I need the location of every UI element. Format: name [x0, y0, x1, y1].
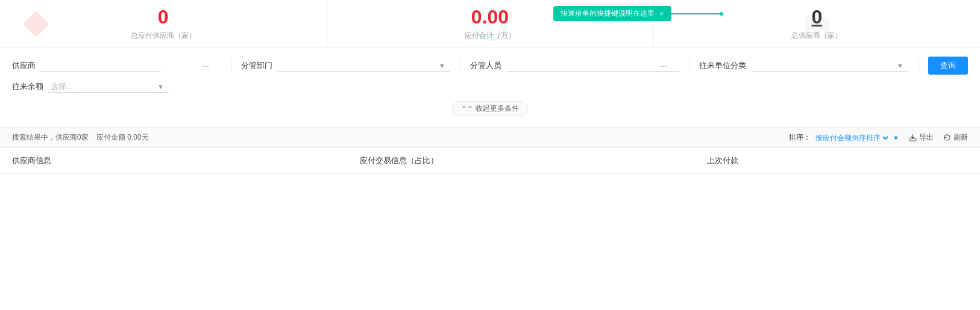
export-label: 导出	[919, 132, 934, 143]
results-summary: 搜索结果中，供应商0家 应付金额 0.00元	[12, 132, 149, 143]
collapse-up-icon: ⌃⌃	[461, 105, 473, 113]
results-right: 排序： 按应付会额倒序排序 ▼ 导出 刷新	[789, 132, 968, 143]
unit-arrow-icon[interactable]: ▼	[897, 62, 903, 69]
tooltip-dot	[718, 11, 724, 17]
top-stats: 0 总应付供应商（家） 0.00 应付合计（万） 快速录单的快捷键说明在这里 ×	[0, 0, 980, 48]
sort-label: 排序：	[789, 132, 811, 143]
collapse-button[interactable]: ⌃⌃ 收起更多条件	[452, 101, 528, 116]
stat-block-total-payable: 0.00 应付合计（万） 快速录单的快捷键说明在这里 ×	[327, 0, 653, 48]
filter-row-1: 供应商 ··· 分管部门 ▼ 分管人员 ··· 往来单位分类 ▼ 查询	[12, 57, 968, 75]
filter-row-2: 往来余额 ▼	[12, 81, 205, 93]
person-input[interactable]	[506, 60, 679, 72]
tooltip-close[interactable]: ×	[659, 9, 664, 18]
sort-select[interactable]: 按应付会额倒序排序	[813, 133, 890, 143]
svg-rect-8	[819, 30, 824, 35]
table-body	[0, 174, 980, 310]
stat-block-payable-suppliers: 0 总应付供应商（家）	[0, 0, 327, 48]
person-more-icon[interactable]: ···	[660, 61, 667, 70]
building-icon	[797, 5, 836, 43]
results-amount: 应付金额 0.00元	[96, 133, 149, 141]
svg-rect-5	[809, 22, 814, 26]
refresh-label: 刷新	[953, 132, 968, 143]
results-bar: 搜索结果中，供应商0家 应付金额 0.00元 排序： 按应付会额倒序排序 ▼ 导…	[0, 128, 980, 148]
unit-input[interactable]	[751, 60, 908, 72]
divider-3	[689, 60, 689, 72]
filter-unit: 往来单位分类 ▼	[699, 60, 908, 72]
sort-area: 排序： 按应付会额倒序排序 ▼	[789, 132, 899, 143]
table-header: 供应商信息 应付交易信息（占比） 上次付款	[0, 148, 980, 174]
divider-2	[460, 60, 460, 72]
results-text: 搜索结果中，供应商0家	[12, 133, 89, 141]
collapse-bar: ⌃⌃ 收起更多条件	[12, 99, 968, 122]
col-trade-header: 应付交易信息（占比）	[360, 155, 708, 166]
export-button[interactable]: 导出	[909, 132, 934, 143]
filter-dept: 分管部门 ▼	[241, 60, 450, 72]
filter-person: 分管人员 ···	[470, 60, 679, 72]
svg-rect-0	[24, 11, 49, 36]
dept-label: 分管部门	[241, 60, 272, 71]
payable-suppliers-num: 0	[158, 7, 169, 28]
tooltip-text: 快速录单的快捷键说明在这里	[561, 8, 655, 19]
search-button[interactable]: 查询	[928, 57, 968, 75]
coin-icon	[471, 5, 509, 43]
export-icon	[909, 134, 917, 141]
svg-rect-7	[809, 30, 814, 35]
supplier-input[interactable]	[40, 60, 161, 72]
tooltip-bubble: 快速录单的快捷键说明在这里 ×	[553, 6, 671, 21]
divider-4	[918, 60, 919, 72]
sort-arrow-icon: ▼	[893, 134, 899, 141]
unit-label: 往来单位分类	[699, 60, 746, 71]
filter-area: 供应商 ··· 分管部门 ▼ 分管人员 ··· 往来单位分类 ▼ 查询	[0, 48, 980, 128]
refresh-icon	[943, 134, 951, 141]
svg-rect-6	[819, 22, 824, 26]
col-last-header: 上次付款	[707, 155, 968, 166]
payable-suppliers-label: 总应付供应商（家）	[131, 31, 196, 41]
balance-arrow-icon[interactable]: ▼	[157, 83, 164, 90]
filter-balance: ▼	[48, 81, 169, 93]
dept-input[interactable]	[277, 60, 450, 72]
diamond-icon	[18, 6, 54, 42]
col-supplier-header: 供应商信息	[12, 155, 360, 166]
supplier-label: 供应商	[12, 60, 36, 71]
balance-input[interactable]	[48, 81, 169, 93]
filter-supplier: 供应商 ···	[12, 60, 221, 72]
stat-block-total-suppliers: 0 总供应商（家）	[654, 0, 980, 48]
svg-rect-4	[805, 17, 829, 38]
collapse-label: 收起更多条件	[476, 104, 519, 114]
dept-arrow-icon[interactable]: ▼	[439, 62, 445, 69]
svg-rect-9	[813, 35, 820, 38]
supplier-more-icon[interactable]: ···	[202, 61, 209, 70]
person-label: 分管人员	[470, 60, 501, 71]
balance-label: 往来余额	[12, 81, 43, 92]
refresh-button[interactable]: 刷新	[943, 132, 968, 143]
divider-1	[231, 60, 231, 72]
